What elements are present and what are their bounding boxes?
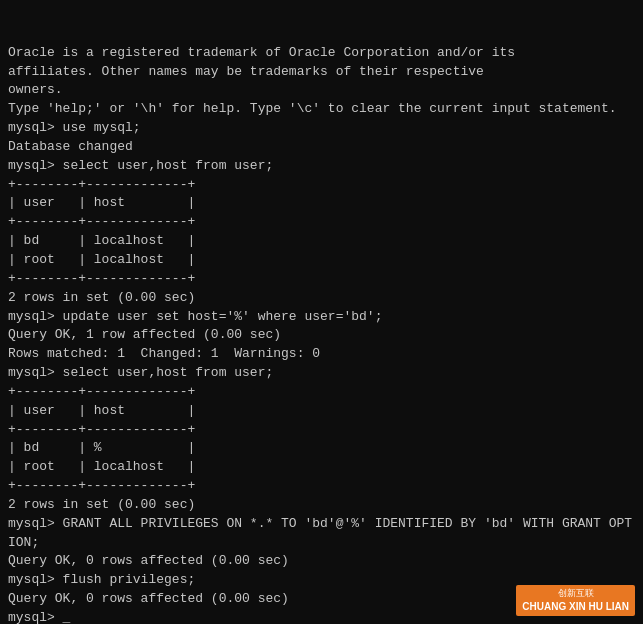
terminal-line: Type 'help;' or '\h' for help. Type '\c'…	[8, 100, 635, 119]
terminal-line: | root | localhost |	[8, 458, 635, 477]
terminal-line: Query OK, 1 row affected (0.00 sec)	[8, 326, 635, 345]
terminal-line: 2 rows in set (0.00 sec)	[8, 289, 635, 308]
terminal-line: Oracle is a registered trademark of Orac…	[8, 44, 635, 63]
terminal-line: +--------+-------------+	[8, 213, 635, 232]
terminal-output: Oracle is a registered trademark of Orac…	[8, 6, 635, 624]
terminal-line: ION;	[8, 534, 635, 553]
watermark-line2: CHUANG XIN HU LIAN	[522, 600, 629, 613]
terminal-line: owners.	[8, 81, 635, 100]
terminal-line: | bd | localhost |	[8, 232, 635, 251]
watermark-line1: 创新互联	[522, 588, 629, 600]
terminal-line: +--------+-------------+	[8, 477, 635, 496]
terminal-line: Database changed	[8, 138, 635, 157]
terminal-line: +--------+-------------+	[8, 270, 635, 289]
terminal-line: +--------+-------------+	[8, 383, 635, 402]
watermark: 创新互联 CHUANG XIN HU LIAN	[516, 585, 635, 616]
terminal-line: Query OK, 0 rows affected (0.00 sec)	[8, 552, 635, 571]
terminal-line: | root | localhost |	[8, 251, 635, 270]
terminal-line: +--------+-------------+	[8, 421, 635, 440]
terminal-line: | user | host |	[8, 402, 635, 421]
terminal-window[interactable]: Oracle is a registered trademark of Orac…	[0, 0, 643, 624]
terminal-line: mysql> select user,host from user;	[8, 157, 635, 176]
terminal-line: | user | host |	[8, 194, 635, 213]
terminal-line: affiliates. Other names may be trademark…	[8, 63, 635, 82]
terminal-line: mysql> select user,host from user;	[8, 364, 635, 383]
terminal-line: Rows matched: 1 Changed: 1 Warnings: 0	[8, 345, 635, 364]
terminal-line: mysql> update user set host='%' where us…	[8, 308, 635, 327]
terminal-line: | bd | % |	[8, 439, 635, 458]
terminal-line: mysql> GRANT ALL PRIVILEGES ON *.* TO 'b…	[8, 515, 635, 534]
terminal-line: mysql> use mysql;	[8, 119, 635, 138]
terminal-line: 2 rows in set (0.00 sec)	[8, 496, 635, 515]
terminal-line: +--------+-------------+	[8, 176, 635, 195]
